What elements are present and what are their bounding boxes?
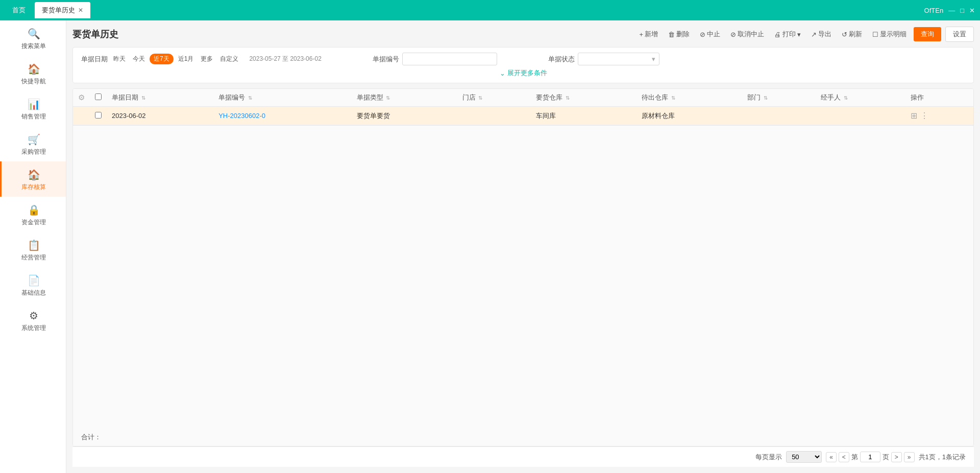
sidebar: 🔍 搜索菜单 🏠 快捷导航 📊 销售管理 🛒 采购管理 🏠 库存核算 🔒 资金管… [0, 20, 66, 473]
expand-icon: ⌄ [500, 69, 505, 77]
sidebar-item-finance[interactable]: 🔒 资金管理 [0, 197, 66, 232]
row-doc-no: YH-20230602-0 [213, 107, 351, 125]
cancel-stop-label: 取消中止 [738, 30, 764, 39]
filter-row-1: 单据日期 昨天 今天 近7天 近1月 更多 自定义 2023-05-27 至 2… [81, 53, 965, 65]
sidebar-item-system[interactable]: ⚙ 系统管理 [0, 302, 66, 338]
delete-icon: 🗑 [668, 31, 675, 38]
date-btn-7days[interactable]: 近7天 [150, 54, 174, 64]
search-menu-icon: 🔍 [28, 28, 40, 40]
expand-more-btn[interactable]: ⌄ 展开更多条件 [81, 68, 965, 78]
table-body: 2023-06-02 YH-20230602-0 要货单要货 车间库 原材料仓库 [73, 107, 973, 125]
status-label: 单据状态 [548, 55, 575, 64]
data-table: ⚙ 单据日期 ⇅ 单据编号 ⇅ [73, 89, 973, 125]
sidebar-item-search-menu[interactable]: 🔍 搜索菜单 [0, 20, 66, 56]
th-req-warehouse-sort[interactable]: ⇅ [566, 95, 570, 101]
main-layout: 🔍 搜索菜单 🏠 快捷导航 📊 销售管理 🛒 采购管理 🏠 库存核算 🔒 资金管… [0, 20, 980, 473]
status-filter: 单据状态 草稿 已提交 已审核 已中止 [548, 53, 659, 65]
new-label: 新增 [645, 30, 658, 39]
next-page-btn[interactable]: > [891, 452, 902, 462]
filter-area: 单据日期 昨天 今天 近7天 近1月 更多 自定义 2023-05-27 至 2… [72, 47, 974, 83]
row-date: 2023-06-02 [107, 107, 213, 125]
sidebar-item-label-basic: 基础信息 [21, 289, 46, 297]
table-container: ⚙ 单据日期 ⇅ 单据编号 ⇅ [72, 88, 974, 446]
query-button[interactable]: 查询 [914, 27, 941, 41]
row-more-icon[interactable]: ⋮ [920, 111, 928, 121]
operations-icon: 📋 [28, 239, 40, 251]
th-date-sort[interactable]: ⇅ [141, 95, 145, 101]
date-btn-custom[interactable]: 自定义 [217, 54, 241, 64]
tab-requisition-history[interactable]: 要货单历史 ✕ [35, 2, 90, 18]
new-button[interactable]: + 新增 [636, 28, 661, 41]
print-label: 打印 [782, 30, 796, 39]
sidebar-item-inventory[interactable]: 🏠 库存核算 [0, 161, 66, 197]
th-doc-no-sort[interactable]: ⇅ [248, 95, 252, 101]
th-action: 操作 [905, 89, 973, 107]
table-settings-icon[interactable]: ⚙ [78, 93, 85, 102]
inventory-icon: 🏠 [28, 169, 40, 181]
page-header: 要货单历史 + 新增 🗑 删除 ⊘ 中止 ⊘ 取消中止 [72, 27, 974, 42]
show-detail-toggle[interactable]: ☐ 显示明细 [869, 28, 910, 41]
sidebar-item-label-finance: 资金管理 [21, 218, 46, 227]
sidebar-item-purchase[interactable]: 🛒 采购管理 [0, 126, 66, 161]
settings-button[interactable]: 设置 [945, 27, 974, 42]
th-department-sort[interactable]: ⇅ [764, 95, 768, 101]
sidebar-item-basic-info[interactable]: 📄 基础信息 [0, 267, 66, 302]
row-actions: ⊞ ⋮ [911, 111, 968, 121]
th-department-label: 部门 [747, 93, 761, 101]
settings-label: 设置 [953, 30, 966, 39]
date-btn-more[interactable]: 更多 [198, 54, 215, 64]
stop-icon: ⊘ [700, 31, 705, 38]
minimize-btn[interactable]: — [948, 7, 955, 14]
per-page-select[interactable]: 50 100 200 [786, 451, 822, 463]
first-page-btn[interactable]: « [826, 452, 837, 462]
row-edit-icon[interactable]: ⊞ [911, 111, 917, 121]
sidebar-item-label-purchase: 采购管理 [21, 148, 46, 156]
th-department: 部门 ⇅ [742, 89, 816, 107]
last-page-btn[interactable]: » [904, 452, 915, 462]
system-icon: ⚙ [29, 310, 38, 322]
th-pending-warehouse-sort[interactable]: ⇅ [671, 95, 675, 101]
stop-button[interactable]: ⊘ 中止 [697, 28, 723, 41]
expand-label: 展开更多条件 [507, 68, 547, 78]
delete-button[interactable]: 🗑 删除 [665, 28, 693, 41]
tab-home[interactable]: 首页 [5, 2, 33, 18]
page-input[interactable] [860, 452, 880, 462]
sidebar-item-quick-nav[interactable]: 🏠 快捷导航 [0, 56, 66, 91]
stop-label: 中止 [707, 30, 720, 39]
refresh-button[interactable]: ↺ 刷新 [839, 28, 865, 41]
prev-page-btn[interactable]: < [839, 452, 849, 462]
date-btn-1month[interactable]: 近1月 [176, 54, 197, 64]
export-label: 导出 [818, 30, 831, 39]
sidebar-item-sales[interactable]: 📊 销售管理 [0, 91, 66, 126]
cancel-stop-button[interactable]: ⊘ 取消中止 [727, 28, 767, 41]
th-handler: 经手人 ⇅ [816, 89, 905, 107]
table-footer: 合计： [73, 125, 973, 446]
date-range-display: 2023-05-27 至 2023-06-02 [249, 55, 321, 63]
date-btn-today[interactable]: 今天 [130, 54, 148, 64]
th-req-warehouse-label: 要货仓库 [536, 93, 562, 101]
th-store-label: 门店 [462, 93, 476, 101]
summary-label: 合计： [81, 433, 101, 442]
sidebar-item-label-inventory: 库存核算 [21, 183, 46, 192]
maximize-btn[interactable]: □ [960, 7, 964, 14]
tab-close-icon[interactable]: ✕ [78, 7, 83, 14]
th-doc-type-sort[interactable]: ⇅ [386, 95, 390, 101]
export-button[interactable]: ↗ 导出 [808, 28, 835, 41]
status-select[interactable]: 草稿 已提交 已审核 已中止 [578, 53, 659, 65]
query-label: 查询 [921, 30, 934, 39]
print-button[interactable]: 🖨 打印 ▾ [771, 28, 804, 41]
select-all-checkbox[interactable] [95, 93, 102, 100]
sidebar-item-label-quick: 快捷导航 [21, 77, 46, 86]
th-store-sort[interactable]: ⇅ [478, 95, 482, 101]
date-btn-yesterday[interactable]: 昨天 [111, 54, 128, 64]
doc-no-input[interactable] [402, 53, 497, 65]
row-checkbox[interactable] [95, 112, 102, 119]
row-doc-no-link[interactable]: YH-20230602-0 [218, 112, 265, 120]
close-btn[interactable]: ✕ [969, 7, 975, 14]
brand-label: OfTEn [924, 7, 944, 14]
checkbox-icon: ☐ [872, 31, 878, 38]
th-store: 门店 ⇅ [457, 89, 531, 107]
page-title: 要货单历史 [72, 28, 118, 40]
th-handler-sort[interactable]: ⇅ [844, 95, 848, 101]
sidebar-item-operations[interactable]: 📋 经营管理 [0, 232, 66, 267]
